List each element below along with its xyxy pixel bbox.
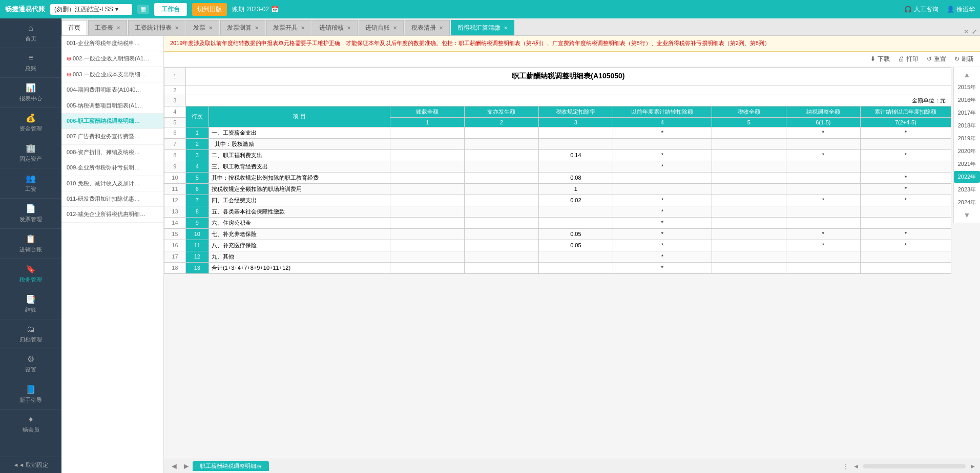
tax-icon: 🔖 bbox=[26, 264, 36, 274]
spreadsheet-area: 2019年度涉及取以前年度结转数据的申报表单元格需要手工维护正确，才能保证本年及… bbox=[164, 36, 980, 473]
tab-purchase-ledger[interactable]: 进销台账 ✕ bbox=[359, 20, 404, 35]
table-title: 职工薪酬纳税调整明细表(A105050) bbox=[185, 67, 951, 85]
year-2021[interactable]: 2021年 bbox=[954, 158, 980, 170]
user-item[interactable]: 👤 徐溢华 bbox=[947, 5, 975, 14]
close-icon[interactable]: ✕ bbox=[347, 25, 351, 31]
tab-invoice-calc[interactable]: 发票测算 ✕ bbox=[220, 20, 265, 35]
headset-icon: 🎧 bbox=[904, 6, 912, 13]
close-icon[interactable]: ✕ bbox=[116, 25, 120, 31]
sheet-right-btn[interactable]: ► bbox=[180, 462, 193, 471]
sidebar-cancel-pin[interactable]: ◄◄ 取消固定 bbox=[0, 457, 61, 473]
sidebar-item-label: 畅会员 bbox=[23, 426, 39, 434]
tab-income-tax[interactable]: 所得税汇算清缴 ✕ bbox=[451, 20, 514, 35]
sidebar-item-reports[interactable]: 📊 报表中心 bbox=[0, 78, 61, 108]
tab-paystat[interactable]: 工资统计报表 ✕ bbox=[128, 20, 185, 35]
year-nav: ▲ 2015年 2016年 2017年 2018年 2019年 2020年 20… bbox=[953, 67, 980, 223]
year-2024[interactable]: 2024年 bbox=[954, 197, 980, 208]
list-item-008[interactable]: 008-资产折旧、摊销及纳税… bbox=[61, 145, 163, 160]
year-nav-up[interactable]: ▲ bbox=[962, 69, 972, 80]
download-button[interactable]: ⬇ 下载 bbox=[870, 55, 890, 63]
table-row: 17 12 九、其他 * bbox=[164, 251, 951, 262]
company-selector[interactable]: (勿删）江西皓宝-LSS ▾ bbox=[50, 4, 132, 15]
list-item-011[interactable]: 011-研发费用加计扣除优惠… bbox=[61, 191, 163, 207]
purchasesales-icon: 📋 bbox=[26, 234, 36, 244]
year-nav-down[interactable]: ▼ bbox=[962, 209, 972, 221]
sidebar-item-label: 资金管理 bbox=[19, 125, 42, 133]
sidebar-item-payroll[interactable]: 👥 工资 bbox=[0, 168, 61, 199]
tab-expand-icon[interactable]: ⤢ bbox=[972, 28, 977, 35]
close-icon[interactable]: ✕ bbox=[439, 25, 443, 31]
sidebar-item-assets[interactable]: 🏢 固定资产 bbox=[0, 138, 61, 168]
year-2017[interactable]: 2017年 bbox=[954, 107, 980, 119]
sidebar-item-member[interactable]: ♦ 畅会员 bbox=[0, 410, 61, 439]
sidebar-item-tax[interactable]: 🔖 税务管理 bbox=[0, 259, 61, 289]
print-icon: 🖨 bbox=[898, 55, 904, 62]
tab-tax-book[interactable]: 税表清册 ✕ bbox=[405, 20, 450, 35]
work-bench-button[interactable]: 工作台 bbox=[154, 3, 187, 16]
reset-icon: ↺ bbox=[927, 55, 932, 62]
list-item-009[interactable]: 009-企业所得税弥补亏损明… bbox=[61, 160, 163, 176]
sidebar-item-settings[interactable]: ⚙ 设置 bbox=[0, 349, 61, 379]
year-2023[interactable]: 2023年 bbox=[954, 184, 980, 196]
spreadsheet-wrapper[interactable]: 1 职工薪酬纳税调整明细表(A105050) 2 3 金额单位：元 bbox=[164, 67, 980, 459]
col-header-2: 支亦发生额 bbox=[465, 106, 539, 117]
close-icon[interactable]: ✕ bbox=[255, 25, 259, 31]
sidebar-item-archive[interactable]: 🗂 归档管理 bbox=[0, 319, 61, 349]
scroll-right-icon[interactable]: ► bbox=[970, 463, 976, 470]
year-2020[interactable]: 2020年 bbox=[954, 145, 980, 157]
sidebar-item-invoice[interactable]: 📄 发票管理 bbox=[0, 199, 61, 229]
old-version-button[interactable]: 切到旧版 bbox=[192, 3, 227, 16]
calendar-icon[interactable]: 📅 bbox=[271, 6, 279, 13]
scroll-left-icon[interactable]: ◄ bbox=[853, 463, 859, 470]
table-row: 10 5 其中：按税收规定比例扣除的职工教育经费 0.08 * bbox=[164, 172, 951, 183]
year-2019[interactable]: 2019年 bbox=[954, 133, 980, 144]
list-item-010[interactable]: 010-免税、减计收入及加计… bbox=[61, 176, 163, 191]
close-icon[interactable]: ✕ bbox=[504, 25, 508, 31]
scroll-bar[interactable] bbox=[863, 464, 966, 468]
year-2022[interactable]: 2022年 bbox=[954, 171, 980, 183]
list-item-005[interactable]: 005-纳税调整项目明细表(A1… bbox=[61, 98, 163, 114]
close-icon[interactable]: ✕ bbox=[301, 25, 305, 31]
tab-purchase-verify[interactable]: 进销稽核 ✕ bbox=[312, 20, 358, 35]
col-header-3: 税收规定扣除率 bbox=[538, 106, 613, 117]
list-item-012[interactable]: 012-减免企业所得税优惠明细… bbox=[61, 207, 163, 222]
list-item-001[interactable]: 001-企业所得税年度纳税申… bbox=[61, 36, 163, 51]
tab-fapiao[interactable]: 发票 ✕ bbox=[186, 20, 219, 35]
close-icon[interactable]: ✕ bbox=[175, 25, 179, 31]
list-item-004[interactable]: 004-期间费用明细表(A1040… bbox=[61, 82, 163, 98]
calendar-icon-btn[interactable]: ▦ bbox=[137, 5, 149, 14]
close-icon[interactable]: ✕ bbox=[208, 25, 213, 31]
print-button[interactable]: 🖨 打印 bbox=[898, 55, 919, 63]
list-item-002[interactable]: ⊗002-一般企业收入明细表(A1… bbox=[61, 51, 163, 67]
sidebar-item-guide[interactable]: 📘 新手引导 bbox=[0, 379, 61, 410]
support-item[interactable]: 🎧 人工客询 bbox=[904, 5, 939, 14]
sidebar-item-capital[interactable]: 💰 资金管理 bbox=[0, 108, 61, 138]
sidebar-item-close[interactable]: 📑 结账 bbox=[0, 289, 61, 319]
unit-label: 金额单位：元 bbox=[185, 95, 951, 106]
table-row: 15 10 七、补充养老保险 0.05 * * * bbox=[164, 228, 951, 240]
list-item-007[interactable]: 007-广告费和业务宣传费暨… bbox=[61, 129, 163, 144]
reset-button[interactable]: ↺ 重置 bbox=[927, 55, 946, 63]
year-2015[interactable]: 2015年 bbox=[954, 81, 980, 93]
sidebar-item-label: 工资 bbox=[25, 185, 36, 193]
sidebar: ⌂ 首页 ≡ 总账 📊 报表中心 💰 资金管理 🏢 固定资产 👥 工资 📄 发票… bbox=[0, 18, 61, 473]
year-2016[interactable]: 2016年 bbox=[954, 94, 980, 106]
tab-close-all-icon[interactable]: ✕ bbox=[964, 28, 969, 35]
tab-home[interactable]: 首页 bbox=[61, 20, 87, 35]
list-item-006[interactable]: 006-职工薪酬纳税调整明细… bbox=[61, 114, 163, 129]
more-icon[interactable]: ⋮ bbox=[843, 463, 849, 470]
refresh-icon: ↻ bbox=[954, 55, 960, 62]
tab-invoice-issue[interactable]: 发票开具 ✕ bbox=[266, 20, 311, 35]
sidebar-item-ledger[interactable]: ≡ 总账 bbox=[0, 48, 61, 78]
app-logo: 畅捷通易代账 bbox=[5, 5, 45, 14]
sheet-tab[interactable]: 职工薪酬纳税调整明细表 bbox=[193, 461, 269, 471]
tab-payslip[interactable]: 工资表 ✕ bbox=[88, 20, 127, 35]
list-item-003[interactable]: ⊗003-一般企业成本支出明细… bbox=[61, 67, 163, 82]
year-2018[interactable]: 2018年 bbox=[954, 120, 980, 132]
sidebar-item-home[interactable]: ⌂ 首页 bbox=[0, 18, 61, 48]
sidebar-item-label: 设置 bbox=[25, 366, 36, 374]
sheet-left-btn[interactable]: ◄ bbox=[168, 462, 180, 471]
refresh-button[interactable]: ↻ 刷新 bbox=[954, 55, 974, 63]
sidebar-item-purchasesales[interactable]: 📋 进销台账 bbox=[0, 229, 61, 259]
close-icon[interactable]: ✕ bbox=[393, 25, 397, 31]
